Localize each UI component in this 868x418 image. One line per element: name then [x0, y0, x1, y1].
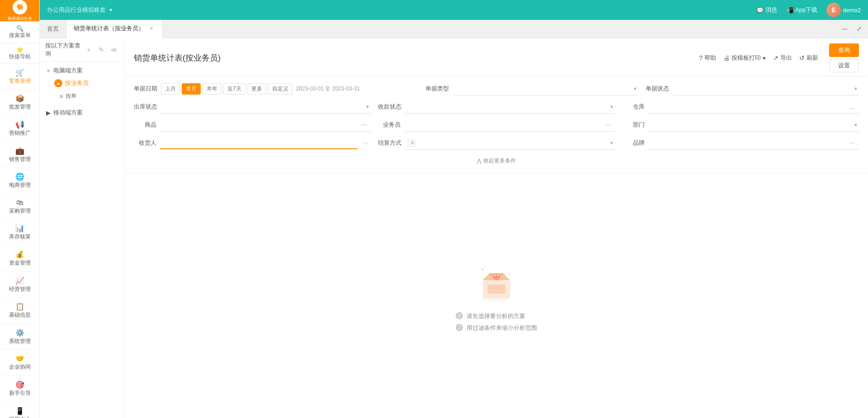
settings-button[interactable]: 设置: [829, 59, 859, 72]
page-body: 按以下方案查询 + ✎ ≪ ▼ 电脑端方案 ● 按业务员 ≡ 按: [40, 38, 868, 418]
purchase-icon: 🛍: [16, 199, 24, 207]
scheme-item-by-order[interactable]: ≡ 按单: [43, 90, 121, 102]
tab-minimize-button[interactable]: —: [839, 24, 850, 34]
brand-dots-button[interactable]: ···: [848, 139, 857, 147]
date-btn-thismonth[interactable]: 本月: [182, 83, 201, 95]
department-select[interactable]: [648, 118, 859, 131]
sidebar-item-basic[interactable]: 📋 基础信息: [0, 298, 39, 324]
add-scheme-button[interactable]: +: [84, 45, 94, 55]
collect-status-select[interactable]: [405, 100, 615, 113]
payment-clear-tag[interactable]: ×: [407, 139, 416, 147]
inventory-label: 库存核算: [9, 233, 31, 241]
user-menu[interactable]: E demo2: [826, 3, 861, 17]
out-status-select-wrapper: ▾: [161, 100, 371, 114]
appcenter-icon: 📱: [15, 407, 24, 415]
print-dropdown-icon[interactable]: ▾: [763, 55, 766, 62]
search-icon: 🔍: [16, 25, 24, 32]
left-panel-actions: + ✎ ≪: [84, 45, 119, 55]
date-buttons: 上月 本月 本年 近7天 更多 自定义 2023-03-01 至 2023-03…: [161, 83, 360, 95]
query-button[interactable]: 查询: [829, 43, 859, 57]
sidebar-item-wholesale[interactable]: 📦 批发管理: [0, 90, 39, 116]
sidebar-item-newguide[interactable]: 🎯 新手引导: [0, 376, 39, 402]
scheme-order-label: 按单: [66, 92, 76, 100]
doc-status-select[interactable]: [673, 82, 859, 95]
tab-maximize-button[interactable]: ⤢: [854, 24, 864, 34]
top-header-left: 办公用品行业模拟账套 ▾: [47, 6, 112, 14]
sidebar-item-retail[interactable]: 🛒 零售管理: [0, 64, 39, 90]
date-btn-lastmonth[interactable]: 上月: [161, 83, 180, 95]
payment-clear-button[interactable]: ×: [411, 140, 414, 146]
date-btn-7days[interactable]: 近7天: [223, 83, 245, 95]
tab-home[interactable]: 首页: [40, 20, 66, 38]
export-button[interactable]: ↗ 导出: [773, 54, 792, 62]
date-btn-more[interactable]: 更多: [247, 83, 266, 95]
retail-icon: 🛒: [15, 68, 24, 77]
svg-point-6: [497, 274, 499, 276]
receiver-input[interactable]: [160, 137, 358, 149]
mobile-scheme-group-title[interactable]: ▶ 移动端方案: [43, 107, 121, 119]
out-status-select[interactable]: [161, 100, 371, 113]
filter-warehouse: 仓库 ...: [622, 100, 859, 114]
collapse-panel-button[interactable]: ≪: [109, 45, 119, 55]
header-dropdown-icon[interactable]: ▾: [109, 7, 112, 13]
wholesale-icon: 📦: [15, 94, 24, 103]
tab-sales-stat[interactable]: 销货单统计表（按业务员） ×: [66, 20, 163, 38]
export-label: 导出: [780, 54, 792, 62]
pc-scheme-group-title[interactable]: ▼ 电脑端方案: [43, 65, 121, 76]
help-button[interactable]: ? 帮助: [699, 54, 716, 62]
warehouse-dots-button[interactable]: ...: [848, 103, 857, 111]
sidebar-item-ecommerce[interactable]: 🌐 电商管理: [0, 168, 39, 194]
app-download-button[interactable]: 📲 App下载: [786, 6, 817, 14]
collapse-filter-button[interactable]: ⋀ 收起更多条件: [134, 154, 859, 167]
date-btn-thisyear[interactable]: 本年: [203, 83, 222, 95]
sidebar-item-purchase[interactable]: 🛍 采购管理: [0, 194, 39, 220]
sidebar-item-system[interactable]: ⚙️ 系统管理: [0, 324, 39, 350]
header-subtitle: 办公用品行业模拟账套: [47, 6, 106, 14]
scheme-item-by-salesperson[interactable]: ● 按业务员: [43, 76, 121, 90]
appcenter-label: 应用中心: [9, 416, 31, 418]
app-logo[interactable]: 畅 畅捷通好生意: [0, 0, 40, 21]
sidebar-item-marketing[interactable]: 📢 营销推广: [0, 116, 39, 142]
right-content: 销货单统计表(按业务员) ? 帮助 🖨 按模板打印 ▾ ↗ 导出: [125, 38, 868, 418]
sidebar-item-appcenter[interactable]: 📱 应用中心: [0, 402, 39, 418]
help-label: 帮助: [704, 54, 716, 62]
quick-nav-item[interactable]: ⭐ 快捷导航: [0, 43, 39, 64]
payment-dropdown-icon[interactable]: ▾: [610, 140, 613, 146]
doc-type-select[interactable]: [453, 82, 639, 95]
collapse-up-icon: ⋀: [477, 158, 481, 164]
edit-scheme-button[interactable]: ✎: [96, 45, 106, 55]
search-nav-item[interactable]: 🔍 搜索菜单: [0, 21, 39, 43]
message-button[interactable]: 💬 消息: [756, 6, 777, 14]
purchase-label: 采购管理: [9, 208, 31, 215]
page-title-actions: ? 帮助 🖨 按模板打印 ▾ ↗ 导出 ↺ 刷新: [699, 43, 859, 72]
arrow-down-icon: ▼: [46, 68, 51, 73]
doc-status-select-wrapper: ▾: [673, 82, 859, 95]
template-print-button[interactable]: 🖨 按模板打印 ▾: [723, 54, 766, 62]
product-dots-button[interactable]: ···: [359, 121, 369, 129]
sidebar-item-operation[interactable]: 📈 经营管理: [0, 272, 39, 298]
refresh-button[interactable]: ↺ 刷新: [799, 54, 818, 62]
tip-num-2: 2: [456, 324, 463, 331]
cooperation-label: 企业协同: [9, 364, 31, 371]
basic-icon: 📋: [15, 302, 24, 311]
help-icon: ?: [699, 54, 703, 62]
cooperation-icon: 🤝: [15, 354, 24, 363]
sidebar-item-sales[interactable]: 💼 销售管理: [0, 142, 39, 168]
sidebar-item-cooperation[interactable]: 🤝 企业协同: [0, 350, 39, 376]
receiver-dots-button[interactable]: ···: [361, 139, 371, 147]
sidebar-item-finance[interactable]: 💰 资金管理: [0, 246, 39, 272]
system-icon: ⚙️: [15, 328, 24, 337]
receiver-label: 收货人: [134, 139, 156, 147]
template-print-label: 按模板打印: [731, 54, 761, 62]
sidebar: 畅 畅捷通好生意 🔍 搜索菜单 ⭐ 快捷导航 🛒 零售管理 📦 批发管理 📢 营…: [0, 0, 40, 418]
empty-illustration: ✦ ✦: [474, 260, 519, 305]
search-label: 搜索菜单: [9, 32, 31, 39]
tab-close-icon[interactable]: ×: [148, 25, 155, 32]
svg-text:✦: ✦: [481, 267, 484, 272]
salesperson-dots-button[interactable]: ···: [604, 121, 613, 129]
sidebar-item-inventory[interactable]: 📊 库存核算: [0, 219, 39, 246]
date-label: 单据日期: [134, 85, 157, 93]
date-btn-custom[interactable]: 自定义: [268, 83, 292, 95]
app-download-label: App下载: [795, 6, 817, 14]
tab-home-label: 首页: [47, 25, 59, 33]
